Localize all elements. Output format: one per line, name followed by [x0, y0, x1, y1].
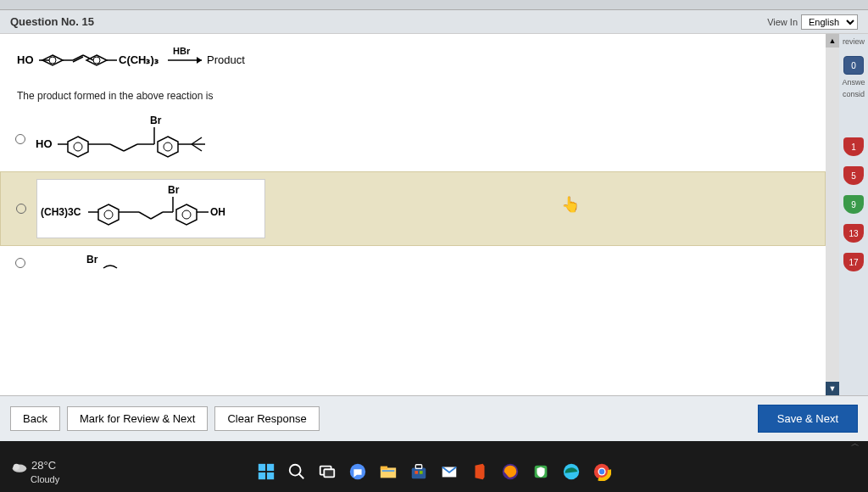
- svg-line-29: [192, 137, 202, 144]
- question-badge-5[interactable]: 5: [843, 166, 864, 185]
- consid-label: consid: [843, 90, 865, 98]
- svg-point-3: [49, 57, 56, 64]
- svg-line-30: [192, 144, 202, 151]
- question-palette-sidebar: review 0 Answe consid 1 5 9 13 17: [839, 34, 868, 395]
- footer-action-bar: Back Mark for Review & Next Clear Respon…: [0, 395, 868, 441]
- review-label: review: [843, 37, 865, 46]
- weather-condition: Cloudy: [31, 474, 59, 484]
- svg-rect-63: [415, 471, 418, 474]
- svg-line-38: [139, 212, 151, 219]
- pointer-cursor-icon: 👆: [561, 195, 580, 214]
- start-icon[interactable]: [254, 460, 278, 484]
- svg-rect-56: [324, 469, 334, 477]
- scroll-up-icon[interactable]: ▲: [826, 34, 839, 48]
- svg-rect-64: [420, 471, 423, 474]
- svg-text:Br: Br: [86, 254, 98, 266]
- edge-icon[interactable]: [559, 460, 583, 484]
- clear-response-button[interactable]: Clear Response: [214, 406, 319, 431]
- answered-count-badge: 0: [843, 56, 864, 75]
- tray-expand-icon[interactable]: ︿: [851, 438, 860, 450]
- top-strip: [0, 0, 868, 10]
- svg-text:Product: Product: [207, 53, 245, 66]
- taskbar-icons: [254, 460, 614, 484]
- question-header: Question No. 15 View In English: [0, 10, 868, 34]
- content-scrollbar[interactable]: ▲ ▼: [826, 34, 839, 395]
- svg-line-39: [151, 212, 163, 219]
- view-in-label: View In: [767, 17, 798, 27]
- question-caption: The product formed in the above reaction…: [0, 85, 826, 107]
- question-badge-1[interactable]: 1: [843, 137, 864, 156]
- question-badge-9[interactable]: 9: [843, 195, 864, 214]
- weather-widget[interactable]: 28°C Cloudy: [10, 459, 59, 484]
- svg-line-22: [110, 144, 124, 151]
- main-area: HO C(CH₃)₃ HBr Product: [0, 34, 868, 395]
- svg-marker-26: [158, 137, 178, 157]
- save-next-button[interactable]: Save & Next: [758, 405, 858, 433]
- svg-marker-35: [98, 204, 119, 225]
- svg-text:Br: Br: [150, 115, 162, 126]
- language-switcher: View In English: [767, 14, 858, 30]
- option-b-box: Br (CH3)3C OH: [36, 179, 265, 238]
- option-b[interactable]: Br (CH3)3C OH: [0, 171, 826, 246]
- cloud-icon: [10, 461, 29, 474]
- scroll-down-icon[interactable]: ▼: [826, 382, 839, 395]
- svg-point-27: [164, 143, 172, 151]
- svg-point-53: [290, 465, 301, 476]
- svg-text:HO: HO: [17, 53, 34, 66]
- svg-rect-61: [412, 467, 426, 478]
- svg-text:Br: Br: [168, 184, 180, 196]
- question-badge-17[interactable]: 17: [843, 253, 864, 271]
- svg-text:C(CH₃)₃: C(CH₃)₃: [119, 53, 159, 66]
- mail-icon[interactable]: [437, 460, 461, 484]
- windows-taskbar: 28°C Cloudy: [0, 451, 868, 492]
- svg-text:OH: OH: [210, 206, 225, 218]
- option-c-structure: Br: [36, 253, 137, 273]
- task-view-icon[interactable]: [315, 460, 339, 484]
- radio-c[interactable]: [15, 258, 25, 268]
- chat-icon[interactable]: [346, 460, 370, 484]
- office-icon[interactable]: [468, 460, 492, 484]
- svg-point-43: [182, 210, 191, 219]
- svg-rect-50: [267, 464, 274, 471]
- option-a[interactable]: Br HO: [0, 107, 826, 171]
- option-a-structure: Br HO: [36, 114, 256, 165]
- store-icon[interactable]: [407, 460, 431, 484]
- svg-text:HBr: HBr: [173, 46, 191, 56]
- question-number-label: Question No. 15: [10, 15, 767, 28]
- search-icon[interactable]: [285, 460, 309, 484]
- question-content: HO C(CH₃)₃ HBr Product: [0, 34, 826, 395]
- svg-rect-52: [267, 472, 274, 479]
- answer-label: Answe: [842, 78, 865, 87]
- svg-point-72: [599, 469, 604, 474]
- svg-rect-60: [382, 470, 395, 472]
- exam-app-window: Question No. 15 View In English HO: [0, 0, 868, 441]
- language-select[interactable]: English: [801, 14, 858, 30]
- svg-point-36: [104, 210, 113, 219]
- option-c[interactable]: Br: [0, 246, 826, 273]
- svg-rect-59: [381, 467, 387, 470]
- chrome-icon[interactable]: [590, 460, 614, 484]
- question-structure: HO C(CH₃)₃ HBr Product: [0, 34, 826, 85]
- radio-b[interactable]: [16, 204, 26, 214]
- radio-a[interactable]: [15, 134, 25, 144]
- svg-point-20: [74, 143, 82, 151]
- svg-rect-49: [259, 464, 265, 471]
- svg-marker-42: [176, 204, 197, 225]
- file-explorer-icon[interactable]: [376, 460, 400, 484]
- svg-point-48: [14, 463, 19, 469]
- security-icon[interactable]: [529, 460, 553, 484]
- question-badge-13[interactable]: 13: [843, 224, 864, 243]
- back-button[interactable]: Back: [10, 406, 60, 431]
- temperature: 28°C: [31, 459, 56, 472]
- svg-rect-51: [259, 472, 265, 479]
- option-b-structure: Br (CH3)3C OH: [41, 183, 261, 231]
- reactant-svg: HO C(CH₃)₃ HBr Product: [17, 42, 305, 76]
- svg-text:(CH3)3C: (CH3)3C: [41, 206, 81, 218]
- mark-review-button[interactable]: Mark for Review & Next: [67, 406, 209, 431]
- svg-marker-13: [197, 57, 202, 64]
- svg-marker-19: [68, 137, 88, 157]
- firefox-icon[interactable]: [498, 460, 522, 484]
- svg-point-9: [93, 57, 100, 64]
- svg-text:HO: HO: [36, 137, 53, 150]
- svg-line-23: [124, 144, 137, 151]
